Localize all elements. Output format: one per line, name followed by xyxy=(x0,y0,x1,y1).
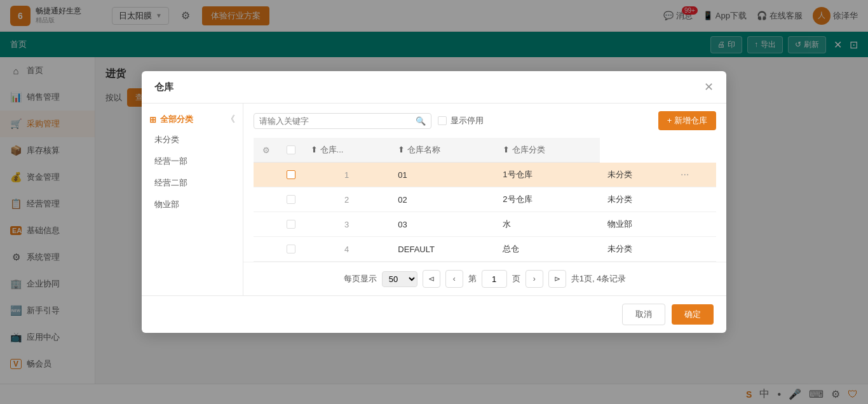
row-check-2[interactable] xyxy=(279,187,303,212)
table-head-row: ⚙ ⬆ 仓库... ⬆ 仓库名称 ⬆ 仓库分类 xyxy=(254,138,716,163)
sort-name-icon: ⬆ xyxy=(398,145,405,154)
row-cat-2: 未分类 xyxy=(600,187,673,212)
page-first-btn[interactable]: ⊲ xyxy=(423,270,440,288)
category-item-unclassified[interactable]: 未分类 xyxy=(142,129,243,151)
row-gear-1 xyxy=(254,163,279,187)
row-gear-2 xyxy=(254,187,279,212)
row-num-1: 1 xyxy=(303,163,390,187)
row-num-4: 4 xyxy=(303,237,390,262)
row-num-2: 2 xyxy=(303,187,390,212)
cancel-button[interactable]: 取消 xyxy=(622,304,665,325)
row-cat-1: 未分类 xyxy=(600,163,673,187)
row-num-3: 3 xyxy=(303,212,390,237)
row-code-4: DEFAULT xyxy=(390,237,495,262)
search-input[interactable] xyxy=(259,116,416,126)
col-code-header: ⬆ 仓库... xyxy=(303,138,390,163)
category-all-label: 全部分类 xyxy=(160,114,193,125)
row-name-3: 水 xyxy=(495,212,600,237)
category-item-property[interactable]: 物业部 xyxy=(142,194,243,215)
sort-icon: ⬆ xyxy=(311,145,318,154)
category-item-op1[interactable]: 经营一部 xyxy=(142,151,243,172)
page-total-info: 共1页, 4条记录 xyxy=(571,273,627,285)
per-page-select[interactable]: 50 100 xyxy=(382,271,417,287)
show-disabled-text: 显示停用 xyxy=(451,115,484,126)
row-more-1[interactable]: ··· xyxy=(673,163,716,187)
table-row[interactable]: 2 02 2号仓库 未分类 xyxy=(254,187,716,212)
row-check-3[interactable] xyxy=(279,212,303,237)
category-header: ⊞ 全部分类 《 xyxy=(142,110,243,129)
grid-icon: ⊞ xyxy=(149,115,156,125)
row-code-1: 01 xyxy=(390,163,495,187)
modal-footer: 取消 确定 xyxy=(142,295,726,333)
page-prev-btn[interactable]: ‹ xyxy=(445,270,463,288)
row-gear-4 xyxy=(254,237,279,262)
search-box: 🔍 xyxy=(254,113,431,129)
warehouse-modal: 仓库 ✕ ⊞ 全部分类 《 未分类 经营一部 经营二部 物业部 🔍 xyxy=(142,71,726,333)
confirm-button[interactable]: 确定 xyxy=(672,304,714,325)
modal-header: 仓库 ✕ xyxy=(142,71,726,104)
table-row[interactable]: 1 01 1号仓库 未分类 ··· xyxy=(254,163,716,187)
show-disabled-label[interactable]: 显示停用 xyxy=(438,115,484,126)
col-category-header: ⬆ 仓库分类 xyxy=(495,138,600,163)
col-check xyxy=(279,138,303,163)
page-next-btn[interactable]: › xyxy=(526,270,543,288)
page-unit: 页 xyxy=(512,273,520,285)
row-name-1: 1号仓库 xyxy=(495,163,600,187)
table-body: 1 01 1号仓库 未分类 ··· 2 02 2号仓库 未分类 xyxy=(254,163,716,262)
col-gear: ⚙ xyxy=(254,138,279,163)
category-item-op2[interactable]: 经营二部 xyxy=(142,172,243,194)
row-cat-3: 物业部 xyxy=(600,212,673,237)
table-row[interactable]: 3 03 水 物业部 xyxy=(254,212,716,237)
page-input[interactable] xyxy=(482,270,507,288)
modal-title: 仓库 xyxy=(154,81,173,93)
table-panel: 🔍 显示停用 + 新增仓库 ⚙ ⬆ 仓库... xyxy=(243,104,726,295)
row-cat-4: 未分类 xyxy=(600,237,673,262)
warehouse-table: ⚙ ⬆ 仓库... ⬆ 仓库名称 ⬆ 仓库分类 xyxy=(254,138,716,262)
per-page-label: 每页显示 xyxy=(344,273,377,285)
row-gear-3 xyxy=(254,212,279,237)
pagination: 每页显示 50 100 ⊲ ‹ 第 页 › ⊳ 共1页, 4条记录 xyxy=(243,262,726,295)
modal-close-icon[interactable]: ✕ xyxy=(704,80,714,94)
show-disabled-checkbox[interactable] xyxy=(438,116,447,125)
category-all[interactable]: ⊞ 全部分类 xyxy=(149,114,193,125)
table-toolbar: 🔍 显示停用 + 新增仓库 xyxy=(243,104,726,138)
col-name-header: ⬆ 仓库名称 xyxy=(390,138,495,163)
page-label-text: 第 xyxy=(468,273,477,285)
sort-cat-icon: ⬆ xyxy=(503,145,510,154)
modal-body: ⊞ 全部分类 《 未分类 经营一部 经营二部 物业部 🔍 显示停用 xyxy=(142,104,726,295)
table-row[interactable]: 4 DEFAULT 总仓 未分类 xyxy=(254,237,716,262)
row-check-4[interactable] xyxy=(279,237,303,262)
data-table: ⚙ ⬆ 仓库... ⬆ 仓库名称 ⬆ 仓库分类 xyxy=(254,138,716,262)
row-code-2: 02 xyxy=(390,187,495,212)
row-name-4: 总仓 xyxy=(495,237,600,262)
row-name-2: 2号仓库 xyxy=(495,187,600,212)
select-all-checkbox[interactable] xyxy=(287,145,295,154)
table-head: ⚙ ⬆ 仓库... ⬆ 仓库名称 ⬆ 仓库分类 xyxy=(254,138,716,163)
add-warehouse-btn[interactable]: + 新增仓库 xyxy=(658,111,716,130)
search-icon[interactable]: 🔍 xyxy=(416,116,426,126)
collapse-icon[interactable]: 《 xyxy=(226,114,235,125)
page-last-btn[interactable]: ⊳ xyxy=(548,270,566,288)
row-check-1[interactable] xyxy=(279,163,303,187)
category-panel: ⊞ 全部分类 《 未分类 经营一部 经营二部 物业部 xyxy=(142,104,243,295)
row-code-3: 03 xyxy=(390,212,495,237)
